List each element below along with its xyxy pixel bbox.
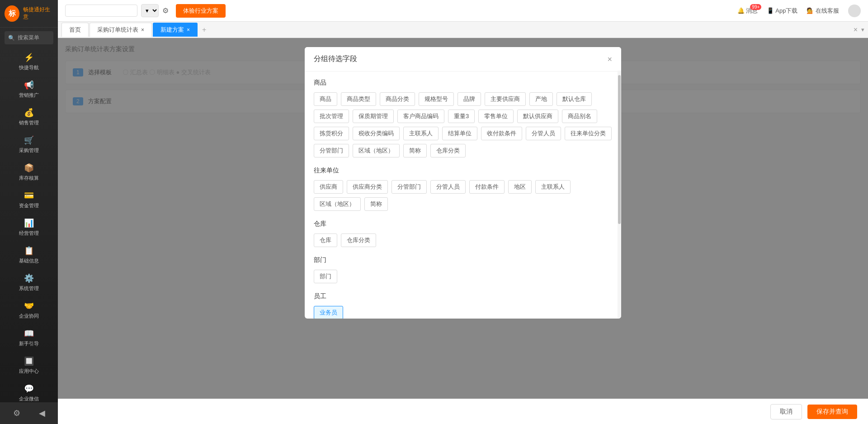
tab-home[interactable]: 首页 — [61, 23, 89, 37]
tab-close-new-plan[interactable]: × — [187, 27, 190, 33]
tab-label: 首页 — [69, 26, 81, 34]
sidebar-item-apps[interactable]: 🔲 应用中心 — [0, 352, 58, 379]
modal-scrollbar-track — [618, 71, 621, 319]
system-icon: ⚙️ — [24, 273, 34, 283]
section-warehouse-title: 仓库 — [314, 220, 612, 228]
modal-close-button[interactable]: × — [607, 55, 612, 63]
field-tag-main-contact2[interactable]: 主联系人 — [535, 180, 571, 194]
field-tag-warehouse[interactable]: 仓库 — [314, 233, 337, 247]
section-counterpart-title: 往来单位 — [314, 167, 612, 175]
field-tag-spec-type[interactable]: 规格型号 — [419, 92, 454, 106]
field-tag-product-category[interactable]: 商品分类 — [380, 92, 415, 106]
cancel-button[interactable]: 取消 — [770, 404, 802, 419]
field-tag-unit-category[interactable]: 往来单位分类 — [565, 127, 612, 140]
field-tag-payment-terms[interactable]: 收付款条件 — [481, 127, 522, 140]
tab-add-button[interactable]: + — [198, 24, 210, 36]
modal-scrollbar-thumb[interactable] — [618, 75, 621, 224]
modal-title: 分组待选字段 — [314, 54, 357, 64]
marketing-icon: 📢 — [24, 80, 34, 90]
header-dropdown[interactable]: ▾ — [141, 4, 159, 17]
field-tag-warehouse-cat[interactable]: 仓库分类 — [341, 233, 376, 247]
tab-bar-close[interactable]: × — [854, 26, 858, 34]
app-download-link[interactable]: 📱 App下载 — [767, 7, 797, 15]
sidebar-item-label: 资金管理 — [19, 202, 39, 209]
field-tag-customer-code[interactable]: 客户商品编码 — [397, 110, 444, 123]
collapse-icon[interactable]: ◀ — [39, 408, 45, 418]
sidebar-item-system[interactable]: ⚙️ 系统管理 — [0, 269, 58, 296]
service-icon: 💁 — [807, 7, 814, 14]
search-menu-label: 搜索菜单 — [18, 34, 39, 42]
field-tag-tax-code[interactable]: 税收分类编码 — [353, 127, 400, 140]
tab-close-purchase-stats[interactable]: × — [141, 27, 144, 33]
field-tag-supplier[interactable]: 供应商 — [314, 180, 343, 194]
field-tag-origin[interactable]: 产地 — [529, 92, 553, 106]
field-tag-main-supplier[interactable]: 主要供应商 — [485, 92, 526, 106]
field-tag-area[interactable]: 地区 — [508, 180, 532, 194]
tab-purchase-stats[interactable]: 采购订单统计表 × — [90, 23, 152, 37]
sidebar-item-finance[interactable]: 💳 资金管理 — [0, 186, 58, 214]
field-tag-weight3[interactable]: 重量3 — [448, 110, 475, 123]
sidebar-item-guide[interactable]: 📖 新手引导 — [0, 324, 58, 352]
field-tag-pick-points[interactable]: 拣货积分 — [314, 127, 349, 140]
basics-icon: 📋 — [24, 246, 34, 256]
field-tag-retail-unit[interactable]: 零售单位 — [478, 110, 514, 123]
field-tag-default-supplier[interactable]: 默认供应商 — [517, 110, 558, 123]
field-tag-short-name[interactable]: 简称 — [403, 144, 427, 157]
tab-label: 新建方案 — [160, 26, 184, 34]
field-tag-payment-cond[interactable]: 付款条件 — [469, 180, 505, 194]
section-product-title: 商品 — [314, 79, 612, 87]
field-tag-product-type[interactable]: 商品类型 — [341, 92, 376, 106]
modal-dialog: 分组待选字段 × 商品 商品 商品类型 商品分类 规格型号 品牌 主要供应商 产… — [305, 47, 621, 319]
field-tag-salesman[interactable]: 业务员 — [314, 306, 343, 319]
tab-bar-expand[interactable]: ▾ — [861, 26, 864, 33]
header-search-input[interactable] — [65, 5, 137, 17]
field-tag-manager2[interactable]: 分管人员 — [430, 180, 466, 194]
field-tag-region2[interactable]: 区域（地区） — [314, 197, 361, 211]
field-tag-brand[interactable]: 品牌 — [458, 92, 481, 106]
field-tag-product-alias[interactable]: 商品别名 — [562, 110, 597, 123]
sidebar-item-quick-nav[interactable]: ⚡ 快捷导航 — [0, 48, 58, 76]
user-avatar[interactable] — [848, 5, 861, 17]
experience-btn[interactable]: 体验行业方案 — [176, 4, 226, 18]
tab-new-plan[interactable]: 新建方案 × — [153, 23, 198, 37]
field-tag-short-name2[interactable]: 简称 — [364, 197, 388, 211]
sidebar-item-inventory[interactable]: 📦 库存核算 — [0, 158, 58, 186]
field-tag-expiry-mgmt[interactable]: 保质期管理 — [353, 110, 394, 123]
quick-nav-icon: ⚡ — [24, 52, 34, 62]
field-tag-batch-mgmt[interactable]: 批次管理 — [314, 110, 349, 123]
inventory-icon: 📦 — [24, 163, 34, 173]
logo-area: 标 畅捷通好生意 — [0, 0, 58, 28]
field-tag-dept[interactable]: 分管部门 — [314, 144, 349, 157]
tab-bar: 首页 采购订单统计表 × 新建方案 × + × ▾ — [58, 22, 868, 38]
staff-tags: 业务员 — [314, 306, 612, 319]
sidebar-item-marketing[interactable]: 📢 营销推广 — [0, 76, 58, 103]
field-tag-manager[interactable]: 分管人员 — [526, 127, 561, 140]
apps-icon: 🔲 — [24, 356, 34, 366]
field-tag-warehouse-category[interactable]: 仓库分类 — [430, 144, 466, 157]
section-staff: 员工 业务员 — [314, 292, 612, 319]
sidebar-item-basics[interactable]: 📋 基础信息 — [0, 241, 58, 269]
search-menu-button[interactable]: 🔍 搜索菜单 — [5, 31, 53, 44]
field-tag-product[interactable]: 商品 — [314, 92, 337, 106]
sidebar-item-label: 基础信息 — [19, 257, 39, 264]
settings-bottom-icon[interactable]: ⚙ — [13, 408, 20, 418]
sidebar-item-purchase[interactable]: 🛒 采购管理 — [0, 131, 58, 158]
sidebar-item-operations[interactable]: 📊 经营管理 — [0, 214, 58, 241]
gear-icon[interactable]: ⚙ — [162, 6, 169, 15]
field-tag-department[interactable]: 部门 — [314, 270, 337, 283]
modal-body[interactable]: 商品 商品 商品类型 商品分类 规格型号 品牌 主要供应商 产地 默认仓库 批次… — [305, 71, 621, 319]
online-service-link[interactable]: 💁 在线客服 — [807, 7, 839, 15]
notification-badge[interactable]: 🔔 99+ 消息 — [737, 7, 758, 15]
confirm-button[interactable]: 保存并查询 — [807, 405, 857, 419]
field-tag-main-contact[interactable]: 主联系人 — [403, 127, 439, 140]
field-tag-settlement-unit[interactable]: 结算单位 — [442, 127, 477, 140]
field-tag-default-warehouse[interactable]: 默认仓库 — [557, 92, 592, 106]
field-tag-region[interactable]: 区域（地区） — [353, 144, 400, 157]
sidebar-item-sales[interactable]: 💰 销售管理 — [0, 103, 58, 131]
header-search-area: ▾ ⚙ 体验行业方案 — [65, 4, 226, 18]
sidebar-item-coop[interactable]: 🤝 企业协同 — [0, 296, 58, 324]
field-tag-supplier-category[interactable]: 供应商分类 — [347, 180, 388, 194]
notification-icon: 🔔 — [737, 7, 745, 14]
sidebar-item-label: 经营管理 — [19, 230, 39, 237]
field-tag-dept2[interactable]: 分管部门 — [392, 180, 427, 194]
